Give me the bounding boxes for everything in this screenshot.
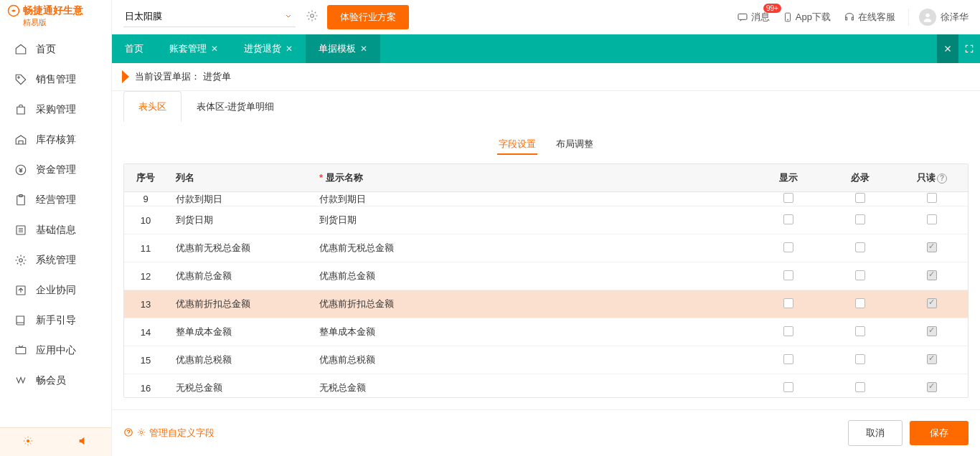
checkbox-readonly[interactable] (927, 242, 937, 252)
avatar (919, 9, 936, 26)
share-icon (14, 284, 27, 297)
cell-seq: 12 (124, 264, 167, 289)
checkbox-show[interactable] (783, 242, 793, 252)
settings-icon[interactable] (22, 435, 34, 449)
th-readonly: 只读? (896, 164, 968, 191)
sub-tab-layout[interactable]: 布局调整 (555, 135, 595, 155)
home-icon (14, 43, 27, 56)
cell-seq: 9 (124, 192, 167, 206)
table-row[interactable]: 14整单成本金额整单成本金额 (124, 318, 968, 346)
cell-display[interactable]: 无税总金额 (311, 374, 753, 397)
logo-text: 畅捷通好生意 (23, 4, 83, 17)
cell-show (753, 192, 824, 206)
svg-rect-11 (738, 14, 747, 19)
checkbox-show[interactable] (783, 298, 793, 308)
chevron-down-icon[interactable] (284, 11, 293, 22)
cell-name: 付款到期日 (167, 192, 311, 206)
tab-home[interactable]: 首页 (112, 34, 156, 63)
inner-tab-body[interactable]: 表体区-进货单明细 (182, 91, 289, 122)
checkbox-readonly[interactable] (927, 326, 937, 336)
sidebar-item-finance[interactable]: 资金管理 (0, 155, 111, 185)
sidebar-item-collab[interactable]: 企业协同 (0, 275, 111, 305)
checkbox-show[interactable] (783, 326, 793, 336)
th-seq: 序号 (124, 164, 167, 191)
cell-show (753, 319, 824, 346)
tab-template[interactable]: 单据模板✕ (306, 34, 380, 63)
search-input[interactable] (123, 7, 296, 27)
sidebar-item-basicinfo[interactable]: 基础信息 (0, 215, 111, 245)
checkbox-required[interactable] (855, 214, 865, 224)
table-row[interactable]: 11优惠前无税总金额优惠前无税总金额 (124, 234, 968, 262)
close-icon[interactable]: ✕ (286, 44, 293, 54)
cell-seq: 13 (124, 292, 167, 317)
cancel-button[interactable]: 取消 (848, 420, 903, 446)
svg-point-16 (140, 431, 143, 434)
experience-button[interactable]: 体验行业方案 (327, 5, 409, 29)
checkbox-required[interactable] (855, 193, 865, 203)
cell-display[interactable]: 到货日期 (311, 206, 753, 234)
close-icon[interactable]: ✕ (360, 44, 367, 54)
table-row[interactable]: 15优惠前总税额优惠前总税额 (124, 346, 968, 374)
table-row[interactable]: 16无税总金额无税总金额 (124, 374, 968, 397)
sidebar-item-business[interactable]: 经营管理 (0, 185, 111, 215)
checkbox-readonly[interactable] (927, 193, 937, 203)
cell-display[interactable]: 优惠前总金额 (311, 262, 753, 290)
sidebar-item-apps[interactable]: 应用中心 (0, 336, 111, 366)
table-row[interactable]: 9付款到期日付款到期日 (124, 192, 968, 206)
checkbox-readonly[interactable] (927, 354, 937, 364)
user-menu[interactable]: 徐泽华 (908, 9, 969, 26)
cell-display[interactable]: 优惠前无税总金额 (311, 234, 753, 262)
help-icon[interactable]: ? (937, 174, 947, 184)
checkbox-show[interactable] (783, 270, 793, 280)
checkbox-required[interactable] (855, 382, 865, 392)
custom-fields-link[interactable]: 管理自定义字段 (123, 427, 215, 440)
svg-rect-8 (16, 348, 26, 354)
sidebar-item-inventory[interactable]: 库存核算 (0, 125, 111, 155)
checkbox-required[interactable] (855, 270, 865, 280)
sidebar-item-purchase[interactable]: 采购管理 (0, 95, 111, 125)
table-row[interactable]: 12优惠前总金额优惠前总金额 (124, 262, 968, 290)
close-all-button[interactable] (937, 34, 958, 63)
checkbox-show[interactable] (783, 193, 793, 203)
cell-display[interactable]: 优惠前折扣总金额 (311, 290, 753, 318)
checkbox-show[interactable] (783, 354, 793, 364)
service-link[interactable]: 在线客服 (844, 11, 895, 24)
table-row[interactable]: 10到货日期到货日期 (124, 206, 968, 234)
save-button[interactable]: 保存 (910, 421, 969, 445)
checkbox-show[interactable] (783, 382, 793, 392)
checkbox-required[interactable] (855, 354, 865, 364)
checkbox-required[interactable] (855, 298, 865, 308)
cell-display[interactable]: 整单成本金额 (311, 318, 753, 346)
close-icon[interactable]: ✕ (211, 44, 218, 54)
sidebar-item-system[interactable]: 系统管理 (0, 245, 111, 275)
tv-icon (14, 344, 27, 357)
messages-link[interactable]: 消息 99+ (737, 11, 770, 24)
settings-icon[interactable] (306, 9, 319, 24)
sidebar-item-guide[interactable]: 新手引导 (0, 305, 111, 336)
app-download-link[interactable]: App下载 (783, 11, 831, 24)
checkbox-readonly[interactable] (927, 270, 937, 280)
table-body[interactable]: 9付款到期日付款到期日10到货日期到货日期11优惠前无税总金额优惠前无税总金额1… (124, 192, 968, 397)
table-row[interactable]: 13优惠前折扣总金额优惠前折扣总金额 (124, 290, 968, 318)
checkbox-readonly[interactable] (927, 382, 937, 392)
fullscreen-button[interactable] (958, 34, 980, 63)
checkbox-readonly[interactable] (927, 214, 937, 224)
cell-display[interactable]: 优惠前总税额 (311, 346, 753, 374)
sidebar-item-member[interactable]: 畅会员 (0, 366, 111, 396)
sub-tab-fields[interactable]: 字段设置 (497, 135, 537, 155)
checkbox-show[interactable] (783, 214, 793, 224)
sound-icon[interactable] (77, 435, 89, 449)
phone-icon (783, 11, 793, 23)
sub-tabs: 字段设置 布局调整 (123, 133, 969, 163)
tab-purchase-return[interactable]: 进货退货✕ (231, 34, 306, 63)
checkbox-required[interactable] (855, 242, 865, 252)
cell-required (824, 347, 896, 374)
tab-account[interactable]: 账套管理✕ (156, 34, 231, 63)
checkbox-readonly[interactable] (927, 298, 937, 308)
sidebar-item-sales[interactable]: 销售管理 (0, 65, 111, 95)
sidebar-item-home[interactable]: 首页 (0, 34, 111, 65)
footer-bar: 管理自定义字段 取消 保存 (112, 409, 980, 456)
inner-tab-header[interactable]: 表头区 (123, 91, 182, 123)
cell-display[interactable]: 付款到期日 (311, 192, 753, 206)
checkbox-required[interactable] (855, 326, 865, 336)
